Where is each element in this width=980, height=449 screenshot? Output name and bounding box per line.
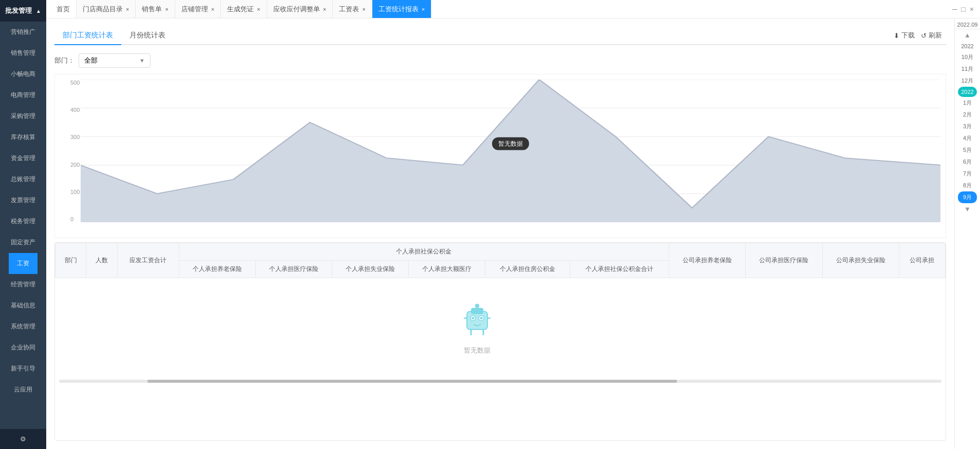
y-label-100: 100 [70, 189, 80, 195]
col-personal-major-medical: 个人承担大额医疗 [409, 261, 485, 278]
sidebar-item-库存核算[interactable]: 库存核算 [9, 127, 37, 148]
col-personal-medical: 个人承担医疗保险 [255, 261, 332, 278]
svg-point-13 [480, 317, 482, 320]
scrollbar-container [55, 376, 946, 387]
timeline-month-8月[interactable]: 8月 [958, 180, 976, 191]
sub-tab-月份统计表[interactable]: 月份统计表 [121, 27, 174, 45]
timeline-year-2022[interactable]: 2022 [958, 41, 976, 51]
data-table: 部门 人数 应发工资合计 个人承担社保公积金 公司承担养老保险 公司承担医疗保险… [55, 243, 946, 376]
window-minimize-icon[interactable]: ─ [952, 5, 957, 13]
chart-svg-container: 暂无数据 [81, 80, 940, 222]
sidebar-item-云应用[interactable]: 云应用 [9, 379, 37, 400]
sidebar-item-销售管理[interactable]: 销售管理 [9, 43, 37, 64]
tab-close-icon[interactable]: × [211, 6, 214, 12]
sidebar-item-固定资产[interactable]: 固定资产 [9, 232, 37, 253]
empty-row: 暂无数据 [55, 278, 946, 376]
y-label-500: 500 [70, 80, 80, 86]
tab-close-icon[interactable]: × [362, 6, 365, 12]
toolbar-left: 部门： 全部 ▼ [54, 53, 150, 68]
timeline-up-arrow[interactable]: ▲ [962, 29, 973, 41]
refresh-icon: ↺ [921, 32, 927, 40]
main-area: 首页门店商品目录×销售单×店铺管理×生成凭证×应收应付调整单×工资表×工资统计报… [46, 0, 980, 449]
y-label-0: 0 [70, 216, 80, 222]
col-personal-unemploy: 个人承担失业保险 [332, 261, 408, 278]
empty-state: 暂无数据 [55, 278, 899, 376]
download-btn[interactable]: ⬇ 下载 [894, 31, 915, 40]
timeline-active-year[interactable]: 2022 [958, 87, 976, 97]
tab-close-icon[interactable]: × [257, 6, 260, 12]
tab-销售单[interactable]: 销售单× [136, 0, 175, 18]
timeline-month-10月[interactable]: 10月 [958, 51, 976, 63]
horizontal-scrollbar[interactable] [59, 380, 941, 383]
sidebar-footer[interactable]: ⚙ [0, 429, 46, 449]
sidebar: 批发管理 ▲ 营销推广销售管理小畅电商电商管理采购管理库存核算资金管理总账管理发… [0, 0, 46, 449]
sidebar-item-税务管理[interactable]: 税务管理 [9, 211, 37, 232]
download-icon: ⬇ [894, 32, 899, 40]
sidebar-item-经营管理[interactable]: 经营管理 [9, 274, 37, 295]
sidebar-item-小畅电商[interactable]: 小畅电商 [9, 64, 37, 85]
timeline-month-11月[interactable]: 11月 [958, 63, 976, 75]
svg-point-12 [472, 317, 474, 320]
sub-tab-部门工资统计表[interactable]: 部门工资统计表 [54, 27, 121, 45]
timeline-month-7月[interactable]: 7月 [958, 168, 976, 180]
content-area: 部门工资统计表月份统计表 ⬇ 下载 ↺ 刷新 部门： [46, 18, 980, 449]
chart-area: 500 400 300 200 100 0 [54, 74, 946, 238]
svg-rect-7 [467, 311, 487, 329]
tab-bar-end: ─ □ × [952, 5, 976, 13]
sidebar-item-新手引导[interactable]: 新手引导 [9, 358, 37, 379]
tab-工资统计报表[interactable]: 工资统计报表× [372, 0, 431, 18]
sidebar-item-营销推广[interactable]: 营销推广 [9, 22, 37, 43]
tab-首页[interactable]: 首页 [50, 0, 77, 18]
tab-门店商品目录[interactable]: 门店商品目录× [77, 0, 136, 18]
sidebar-item-系统管理[interactable]: 系统管理 [9, 316, 37, 337]
sidebar-item-总账管理[interactable]: 总账管理 [9, 169, 37, 190]
col-company-unemploy: 公司承担失业保险 [822, 243, 899, 278]
col-total-wage: 应发工资合计 [117, 243, 179, 278]
tab-close-icon[interactable]: × [126, 6, 129, 12]
scrollbar-thumb[interactable] [147, 380, 677, 383]
dept-select-value: 全部 [84, 56, 98, 65]
tab-close-icon[interactable]: × [165, 6, 168, 12]
timeline-down-arrow[interactable]: ▼ [962, 203, 973, 215]
tab-应收应付调整单[interactable]: 应收应付调整单× [267, 0, 333, 18]
timeline-top-date[interactable]: 2022.09 [955, 18, 980, 29]
window-restore-icon[interactable]: □ [961, 5, 965, 13]
timeline-month-12月[interactable]: 12月 [958, 75, 976, 87]
timeline-month-9月[interactable]: 9月 [958, 191, 976, 203]
col-personal-housing: 个人承担住房公积金 [485, 261, 570, 278]
sidebar-item-资金管理[interactable]: 资金管理 [9, 148, 37, 169]
chart-y-axis: 500 400 300 200 100 0 [70, 80, 80, 222]
refresh-btn[interactable]: ↺ 刷新 [921, 31, 942, 40]
y-label-400: 400 [70, 107, 80, 113]
sidebar-collapse-icon[interactable]: ▲ [36, 8, 41, 14]
tab-店铺管理[interactable]: 店铺管理× [175, 0, 221, 18]
tab-工资表[interactable]: 工资表× [333, 0, 372, 18]
timeline-month-4月[interactable]: 4月 [958, 132, 976, 144]
timeline-month-3月[interactable]: 3月 [958, 121, 976, 132]
page-content: 部门工资统计表月份统计表 ⬇ 下载 ↺ 刷新 部门： [46, 18, 954, 449]
settings-icon: ⚙ [20, 435, 26, 443]
sidebar-item-采购管理[interactable]: 采购管理 [9, 106, 37, 127]
tab-close-icon[interactable]: × [323, 6, 326, 12]
sidebar-item-发票管理[interactable]: 发票管理 [9, 190, 37, 211]
tab-生成凭证[interactable]: 生成凭证× [221, 0, 267, 18]
sidebar-item-企业协同[interactable]: 企业协同 [9, 337, 37, 358]
sidebar-item-电商管理[interactable]: 电商管理 [9, 85, 37, 106]
table-section[interactable]: 部门 人数 应发工资合计 个人承担社保公积金 公司承担养老保险 公司承担医疗保险… [54, 242, 946, 441]
sidebar-item-工资[interactable]: 工资 [9, 253, 37, 274]
toolbar: 部门： 全部 ▼ [54, 53, 946, 68]
timeline-panel: 2022.09 ▲ 202210月11月12月20221月2月3月4月5月6月7… [954, 18, 980, 449]
timeline-month-1月[interactable]: 1月 [958, 97, 976, 109]
tab-close-icon[interactable]: × [422, 6, 425, 12]
svg-rect-8 [471, 308, 483, 314]
timeline-month-2月[interactable]: 2月 [958, 109, 976, 121]
empty-robot-icon [457, 299, 498, 340]
sidebar-item-基础信息[interactable]: 基础信息 [9, 295, 37, 316]
dept-select[interactable]: 全部 ▼ [79, 53, 150, 68]
timeline-month-5月[interactable]: 5月 [958, 144, 976, 156]
timeline-month-6月[interactable]: 6月 [958, 156, 976, 168]
window-close-icon[interactable]: × [970, 5, 974, 13]
col-company-other: 公司承担 [899, 243, 945, 278]
col-company-pension: 公司承担养老保险 [669, 243, 746, 278]
sidebar-header[interactable]: 批发管理 ▲ [0, 0, 46, 22]
